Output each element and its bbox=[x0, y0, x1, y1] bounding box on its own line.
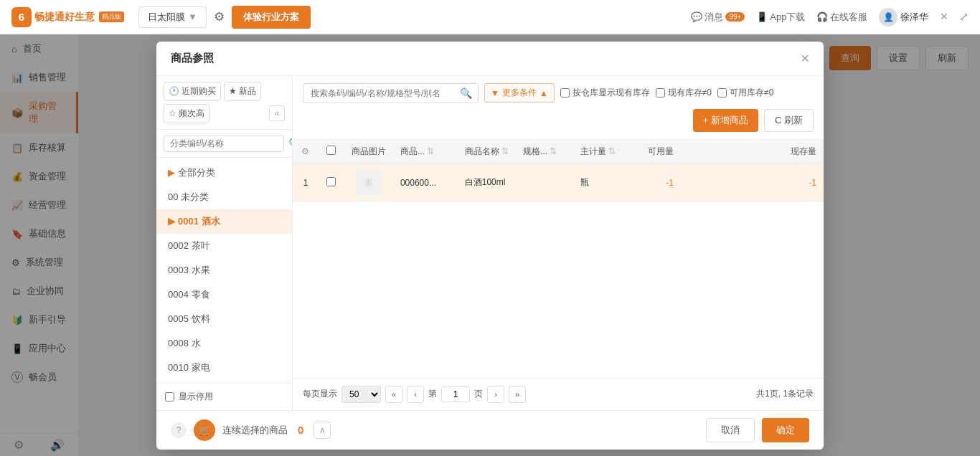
online-service[interactable]: 🎧 在线客服 bbox=[816, 11, 867, 24]
add-product-button[interactable]: + 新增商品 bbox=[693, 109, 758, 132]
checkbox-warehouse[interactable]: 按仓库显示现有库存 bbox=[560, 87, 650, 99]
category-item-tea[interactable]: 0002 茶叶 bbox=[156, 234, 292, 258]
topbar: 6 畅捷通好生意 精品版 日太阳膜 ▼ ⚙ 体验行业方案 💬 消息 99+ 📱 … bbox=[0, 0, 980, 34]
sidebar-collapse-button[interactable]: « bbox=[269, 105, 285, 121]
select-all-checkbox[interactable] bbox=[326, 146, 336, 155]
trial-btn[interactable]: 体验行业方案 bbox=[232, 6, 311, 29]
category-item-uncategorized[interactable]: 00 未分类 bbox=[156, 185, 292, 209]
store-selector[interactable]: 日太阳膜 ▼ bbox=[138, 6, 207, 28]
clock-icon: 🕐 bbox=[169, 86, 179, 96]
refresh-button[interactable]: C 刷新 bbox=[764, 109, 814, 132]
category-item-fruit[interactable]: 0003 水果 bbox=[156, 258, 292, 282]
modal-footer: ? 🛒 连续选择的商品 0 ∧ 取消 确定 bbox=[156, 410, 824, 450]
sort-icon: ⇅ bbox=[608, 146, 616, 156]
category-item-snack[interactable]: 0004 零食 bbox=[156, 282, 292, 307]
col-name-header[interactable]: 商品名称 ⇅ bbox=[458, 140, 516, 164]
topbar-right: 💬 消息 99+ 📱 App下载 🎧 在线客服 👤 徐泽华 × ⤢ bbox=[691, 8, 969, 27]
category-search-input[interactable] bbox=[164, 135, 284, 152]
row-no: 1 bbox=[293, 163, 319, 201]
col-settings-header: ⚙ bbox=[293, 140, 319, 164]
row-checkbox[interactable] bbox=[319, 163, 344, 201]
per-page-label: 每页显示 bbox=[303, 388, 337, 400]
category-label: 0001 酒水 bbox=[178, 215, 220, 228]
headset-icon: 🎧 bbox=[816, 11, 828, 22]
message-icon: 💬 bbox=[691, 11, 702, 22]
table-row[interactable]: 1 图 000600... 白酒100ml bbox=[293, 163, 824, 201]
cart-button[interactable]: 🛒 bbox=[194, 419, 215, 441]
modal-close-button[interactable]: × bbox=[801, 50, 809, 67]
footer-collapse-button[interactable]: ∧ bbox=[314, 422, 331, 439]
logo-badge: 精品版 bbox=[99, 11, 124, 22]
prev-page-button[interactable]: ‹ bbox=[407, 386, 424, 403]
stock-neq0-checkbox[interactable] bbox=[656, 88, 665, 98]
category-label: 0005 饮料 bbox=[168, 313, 210, 324]
category-label: 0004 零食 bbox=[168, 289, 210, 300]
selected-count: 0 bbox=[298, 424, 303, 436]
checkbox-avail-neq0[interactable]: 可用库存≠0 bbox=[717, 87, 773, 99]
next-page-button[interactable]: › bbox=[487, 386, 504, 403]
filter-label: 更多条件 bbox=[502, 87, 537, 99]
last-page-button[interactable]: » bbox=[509, 386, 526, 403]
row-name: 白酒100ml bbox=[458, 163, 516, 201]
cancel-button[interactable]: 取消 bbox=[706, 418, 755, 442]
filter-button[interactable]: ▼ 更多条件 ▲ bbox=[484, 83, 555, 103]
col-spec-header[interactable]: 规格... ⇅ bbox=[516, 140, 573, 164]
layout: ⌂ 首页 📊 销售管理 📦 采购管理 📋 库存核算 💰 资金管理 📈 经营管理 … bbox=[0, 34, 980, 456]
category-item-liquor[interactable]: ▶ 0001 酒水 bbox=[156, 209, 292, 234]
modal-content: 🔍 ▼ 更多条件 ▲ 按仓库显示现有库存 bbox=[293, 76, 824, 410]
logo-icon: 6 bbox=[11, 7, 32, 27]
footer-buttons: 取消 确定 bbox=[706, 418, 809, 442]
show-disabled-checkbox[interactable] bbox=[165, 392, 174, 402]
category-item-drink[interactable]: 0005 饮料 bbox=[156, 307, 292, 331]
show-disabled-label: 显示停用 bbox=[179, 391, 213, 403]
row-spec bbox=[516, 163, 573, 201]
checkbox-label: 按仓库显示现有库存 bbox=[573, 87, 650, 99]
col-stock-header[interactable]: 现存量 bbox=[766, 140, 824, 164]
store-name: 日太阳膜 bbox=[148, 11, 185, 24]
app-download[interactable]: 📱 App下载 bbox=[756, 11, 805, 24]
tab-label: 近期购买 bbox=[182, 85, 216, 98]
gear-button[interactable]: ⚙ bbox=[214, 9, 225, 24]
message-area[interactable]: 💬 消息 99+ bbox=[691, 11, 745, 24]
confirm-button[interactable]: 确定 bbox=[762, 418, 809, 442]
checkbox-label: 可用库存≠0 bbox=[730, 87, 773, 99]
tab-label: 新品 bbox=[239, 85, 256, 98]
modal-header: 商品参照 × bbox=[156, 42, 824, 76]
logo: 6 畅捷通好生意 精品版 bbox=[11, 7, 124, 27]
category-label: 0003 水果 bbox=[168, 265, 210, 275]
tab-new[interactable]: ★ 新品 bbox=[224, 82, 261, 101]
row-select-checkbox[interactable] bbox=[326, 177, 336, 186]
category-label: 00 未分类 bbox=[168, 191, 209, 202]
modal-overlay: 商品参照 × 🕐 近期购买 ★ 新品 bbox=[0, 34, 980, 456]
search-icon[interactable]: 🔍 bbox=[454, 84, 478, 103]
sort-icon: ⇅ bbox=[427, 146, 434, 156]
first-page-button[interactable]: « bbox=[385, 386, 402, 403]
page-label2: 页 bbox=[474, 388, 483, 400]
col-avail-header[interactable]: 可用量 bbox=[623, 140, 681, 164]
col-unit-header[interactable]: 主计量 ⇅ bbox=[573, 140, 623, 164]
category-item-appliance[interactable]: 0010 家电 bbox=[156, 356, 292, 380]
col-code-header[interactable]: 商品... ⇅ bbox=[393, 140, 458, 164]
category-item-all[interactable]: ▶ 全部分类 bbox=[156, 161, 292, 185]
tab-recent[interactable]: 🕐 近期购买 bbox=[164, 82, 221, 101]
avatar: 👤 bbox=[879, 8, 897, 27]
window-expand-button[interactable]: ⤢ bbox=[959, 10, 969, 24]
window-close-button[interactable]: × bbox=[940, 9, 948, 24]
warehouse-checkbox[interactable] bbox=[560, 88, 570, 98]
category-label: 0010 家电 bbox=[168, 362, 210, 373]
page-number-input[interactable] bbox=[441, 386, 470, 402]
selected-label: 连续选择的商品 bbox=[222, 424, 288, 437]
col-checkbox-header bbox=[319, 140, 344, 164]
checkbox-stock-neq0[interactable]: 现有库存≠0 bbox=[656, 87, 712, 99]
modal: 商品参照 × 🕐 近期购买 ★ 新品 bbox=[156, 42, 824, 450]
user-area[interactable]: 👤 徐泽华 bbox=[879, 8, 928, 27]
table-settings-icon[interactable]: ⚙ bbox=[301, 146, 309, 156]
per-page-select[interactable]: 10 20 50 100 bbox=[341, 386, 381, 403]
message-badge: 99+ bbox=[725, 12, 745, 22]
category-item-water[interactable]: 0008 水 bbox=[156, 331, 292, 356]
app-label: App下载 bbox=[770, 11, 805, 24]
help-icon-btn[interactable]: ? bbox=[171, 422, 187, 438]
product-search-input[interactable] bbox=[303, 85, 454, 102]
tab-frequent[interactable]: ☆ 频次高 bbox=[164, 104, 209, 123]
avail-neq0-checkbox[interactable] bbox=[717, 88, 727, 98]
